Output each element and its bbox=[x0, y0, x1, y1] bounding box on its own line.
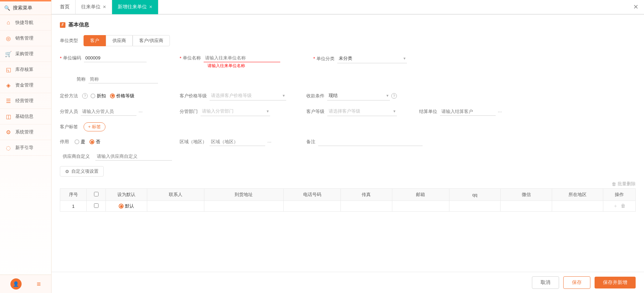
row-address[interactable] bbox=[204, 201, 284, 212]
tag-field: 客户标签 + 标签 bbox=[60, 122, 105, 131]
tab-bar-close-all[interactable]: ✕ bbox=[630, 3, 641, 11]
row-region[interactable] bbox=[552, 201, 603, 212]
save-button[interactable]: 保存 bbox=[563, 276, 590, 289]
tab-new-partner[interactable]: 新增往来单位 ✕ bbox=[112, 0, 158, 14]
settlement-more-icon[interactable]: ··· bbox=[498, 109, 502, 114]
col-fax: 传真 bbox=[341, 189, 392, 201]
unit-name-input[interactable] bbox=[204, 54, 280, 62]
dept-select[interactable]: 请输入分管部门 ▾ bbox=[201, 107, 270, 116]
custom-settings-btn[interactable]: ⚙ 自定义项设置 bbox=[60, 166, 104, 177]
sidebar-item-finance[interactable]: ◈ 资金管理 bbox=[0, 78, 51, 93]
wechat-input[interactable] bbox=[514, 204, 539, 209]
form-footer: 取消 保存 保存并新增 bbox=[52, 272, 644, 293]
row-email[interactable] bbox=[392, 201, 449, 212]
sidebar-item-label: 经营管理 bbox=[15, 98, 33, 104]
sidebar-item-system[interactable]: ⚙ 系统管理 bbox=[0, 124, 51, 140]
tab-partners-close[interactable]: ✕ bbox=[103, 5, 106, 9]
supplier-custom-row: 供应商自定义 bbox=[60, 152, 636, 161]
disable-radio-outer-no bbox=[89, 139, 94, 144]
abbr-field: 简称 bbox=[77, 75, 158, 83]
col-phone: 电话号码 bbox=[284, 189, 341, 201]
customer-level-select[interactable]: 请选择客户等级 ▾ bbox=[327, 107, 397, 116]
disable-radio-yes[interactable]: 是 bbox=[74, 139, 85, 145]
manager-more-icon[interactable]: ··· bbox=[139, 109, 143, 114]
settings-gear-icon: ⚙ bbox=[65, 169, 69, 174]
qq-input[interactable] bbox=[463, 204, 487, 209]
type-btn-both[interactable]: 客户/供应商 bbox=[133, 35, 170, 46]
area-more-icon[interactable]: ··· bbox=[267, 139, 272, 145]
row-contact[interactable] bbox=[147, 201, 204, 212]
disable-radio-no[interactable]: 否 bbox=[89, 139, 100, 145]
select-all-checkbox[interactable] bbox=[94, 192, 99, 196]
sidebar-item-quick-nav[interactable]: ⌂ 快捷导航 bbox=[0, 15, 51, 31]
sidebar-item-operations[interactable]: ☰ 经营管理 bbox=[0, 93, 51, 109]
row-fax[interactable] bbox=[341, 201, 392, 212]
customer-price-select[interactable]: 请选择客户价格等级 ▾ bbox=[210, 91, 286, 100]
settlement-input[interactable] bbox=[440, 107, 496, 116]
tab-home[interactable]: 首页 bbox=[54, 0, 76, 14]
abbr-input[interactable] bbox=[88, 75, 158, 83]
save-new-button[interactable]: 保存并新增 bbox=[595, 277, 636, 288]
disable-label: 停用 bbox=[60, 139, 69, 145]
sidebar-item-label: 基础信息 bbox=[15, 113, 33, 120]
cancel-button[interactable]: 取消 bbox=[532, 276, 559, 289]
row-wechat[interactable] bbox=[501, 201, 552, 212]
type-btn-supplier[interactable]: 供应商 bbox=[106, 35, 133, 46]
supplier-custom-input[interactable] bbox=[95, 152, 172, 161]
address-input[interactable] bbox=[223, 204, 265, 209]
sidebar-item-purchase[interactable]: 🛒 采购管理 bbox=[0, 46, 51, 62]
remark-input[interactable] bbox=[318, 138, 423, 146]
pricing-tooltip-icon[interactable]: ? bbox=[82, 93, 88, 99]
sidebar-item-inventory[interactable]: ◱ 库存核算 bbox=[0, 62, 51, 78]
row-actions: ＋ 🗑 bbox=[603, 201, 636, 212]
sidebar-search[interactable]: 🔍 搜索菜单 bbox=[0, 1, 51, 15]
row-checkbox[interactable] bbox=[87, 201, 106, 212]
user-avatar[interactable]: 👤 bbox=[10, 278, 22, 290]
sidebar-item-sales[interactable]: ◎ 销售管理 bbox=[0, 31, 51, 46]
pricing-radio-level[interactable]: 价格等级 bbox=[110, 93, 134, 99]
sidebar-item-label: 销售管理 bbox=[15, 35, 33, 41]
pricing-row: 定价方法 ? 折扣 价格等级 客户价格等级 bbox=[60, 91, 636, 100]
tab-new-partner-close[interactable]: ✕ bbox=[149, 5, 152, 9]
default-radio-outer[interactable] bbox=[119, 204, 124, 209]
delete-row-icon[interactable]: 🗑 bbox=[621, 203, 626, 209]
col-qq: qq bbox=[449, 189, 501, 201]
form-content: F 基本信息 单位类型 客户 供应商 客户/供应商 * 单位编码 * bbox=[52, 15, 644, 272]
row-checkbox-input[interactable] bbox=[94, 203, 99, 208]
customer-price-placeholder: 请选择客户价格等级 bbox=[211, 92, 252, 99]
contact-input[interactable] bbox=[162, 204, 189, 209]
unit-code-input[interactable] bbox=[84, 54, 147, 62]
dept-placeholder: 请输入分管部门 bbox=[202, 108, 234, 114]
type-btn-customer[interactable]: 客户 bbox=[84, 35, 106, 46]
row-phone[interactable] bbox=[284, 201, 341, 212]
manager-field: 分管人员 ··· bbox=[60, 107, 171, 116]
phone-input[interactable] bbox=[298, 204, 326, 209]
operations-icon: ☰ bbox=[5, 97, 12, 104]
sidebar-item-basic[interactable]: ◫ 基础信息 bbox=[0, 109, 51, 124]
email-input[interactable] bbox=[407, 204, 434, 209]
sidebar-item-label: 资金管理 bbox=[15, 82, 33, 88]
sidebar-bottom-expand[interactable]: ≡ bbox=[37, 280, 41, 288]
payment-select[interactable]: 现结 ▾ bbox=[327, 91, 390, 100]
tag-add-btn[interactable]: + 标签 bbox=[84, 122, 105, 131]
manager-input[interactable] bbox=[81, 107, 136, 116]
tab-partners[interactable]: 往来单位 ✕ bbox=[76, 0, 112, 14]
unit-category-select[interactable]: 未分类 ▾ bbox=[337, 54, 407, 63]
chevron-down-icon: ▾ bbox=[267, 109, 269, 114]
row-qq[interactable] bbox=[449, 201, 501, 212]
unit-type-label: 单位类型 bbox=[60, 38, 78, 44]
payment-tooltip-icon[interactable]: ? bbox=[391, 93, 397, 99]
col-checkbox[interactable] bbox=[87, 189, 106, 201]
customer-level-label: 客户等级 bbox=[306, 108, 324, 115]
customer-price-label: 客户价格等级 bbox=[180, 93, 207, 99]
pricing-radio-discount[interactable]: 折扣 bbox=[91, 93, 106, 99]
add-row-icon[interactable]: ＋ bbox=[613, 203, 618, 209]
fax-input[interactable] bbox=[354, 204, 378, 209]
region-input[interactable] bbox=[565, 204, 590, 209]
area-input[interactable] bbox=[210, 138, 265, 146]
disable-radio-inner-no bbox=[91, 141, 93, 143]
batch-delete-btn[interactable]: 🗑 批量删除 bbox=[612, 181, 636, 187]
chevron-down-icon: ▾ bbox=[283, 93, 285, 98]
sidebar-item-newbie[interactable]: ◌ 新手引导 bbox=[0, 140, 51, 156]
pricing-radio-level-label: 价格等级 bbox=[116, 93, 134, 99]
